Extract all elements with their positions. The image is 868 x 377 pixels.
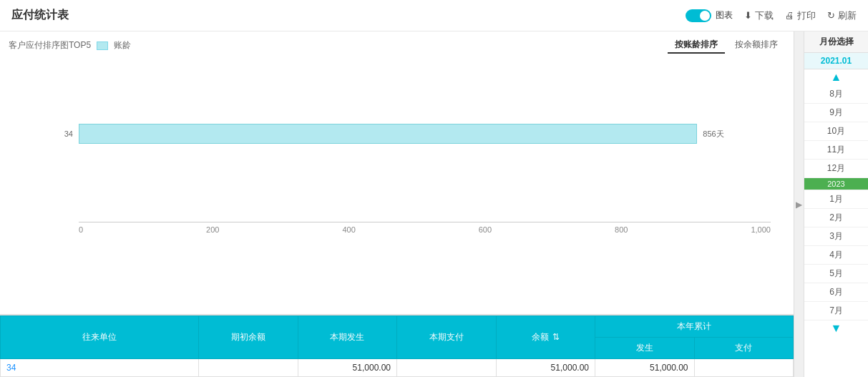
- month-1[interactable]: 1月: [804, 190, 868, 209]
- scroll-up-button[interactable]: ▲: [804, 69, 868, 85]
- legend-box-label: 账龄: [114, 39, 131, 52]
- month-7[interactable]: 7月: [804, 302, 868, 320]
- legend-title: 客户应付排序图TOP5: [9, 39, 91, 52]
- chart-toggle-container: 图表: [686, 9, 733, 22]
- bar-end-label: 856天: [703, 129, 723, 139]
- bar-chart: 34 856天 0 200 400 600 800: [9, 57, 785, 308]
- chart-toggle[interactable]: [686, 9, 711, 22]
- x-tick-600: 600: [479, 225, 492, 234]
- sidebar-toggle[interactable]: ▶: [794, 31, 804, 377]
- toggle-label: 图表: [716, 9, 733, 21]
- x-tick-200: 200: [206, 225, 219, 234]
- x-tick-800: 800: [615, 225, 628, 234]
- sidebar-header: 月份选择: [804, 31, 868, 53]
- col-header-opening: 期初余额: [199, 316, 298, 359]
- main-content: 客户应付排序图TOP5 账龄 按账龄排序 按余额排序 34: [0, 31, 868, 377]
- print-icon: 🖨: [785, 10, 794, 21]
- x-tick-0: 0: [79, 225, 83, 234]
- month-3[interactable]: 3月: [804, 227, 868, 246]
- data-table: 往来单位 期初余额 本期发生 本期支付 余额 ⇅ 本年累计: [0, 315, 794, 377]
- cell-opening: [199, 359, 298, 377]
- chart-panel: 客户应付排序图TOP5 账龄 按账龄排序 按余额排序 34: [0, 31, 794, 314]
- unit-link[interactable]: 34: [6, 363, 16, 373]
- table-body: 34 51,000.00 51,000.00 51,000.00: [1, 359, 794, 377]
- refresh-button[interactable]: ↻ 刷新: [827, 9, 857, 22]
- app-header: 应付统计表 图表 ⬇ 下载 🖨 打印 ↻ 刷新: [0, 0, 868, 31]
- scroll-down-button[interactable]: ▼: [804, 320, 868, 336]
- header-actions: 图表 ⬇ 下载 🖨 打印 ↻ 刷新: [686, 9, 857, 22]
- month-10[interactable]: 10月: [804, 122, 868, 141]
- x-tick-1000: 1,000: [751, 225, 771, 234]
- cell-ytd-occur: 51,000.00: [595, 359, 695, 377]
- month-12[interactable]: 12月: [804, 160, 868, 178]
- col-header-ytd-occur: 发生: [595, 338, 695, 359]
- month-11[interactable]: 11月: [804, 141, 868, 160]
- print-label: 打印: [797, 9, 816, 22]
- month-5[interactable]: 5月: [804, 265, 868, 283]
- month-sidebar: 月份选择 2021.01 ▲ 8月 9月 10月 11月 12月 2023 1月…: [804, 31, 868, 377]
- x-tick-400: 400: [342, 225, 355, 234]
- refresh-icon: ↻: [827, 10, 835, 21]
- table-header-row: 往来单位 期初余额 本期发生 本期支付 余额 ⇅ 本年累计: [1, 316, 794, 338]
- cell-ytd-pay: [694, 359, 794, 377]
- cell-balance: 51,000.00: [496, 359, 595, 377]
- month-8[interactable]: 8月: [804, 85, 868, 104]
- cell-unit: 34: [1, 359, 199, 377]
- month-9[interactable]: 9月: [804, 104, 868, 122]
- bars-container: 34 856天 0 200 400 600 800: [52, 62, 771, 205]
- month-4[interactable]: 4月: [804, 246, 868, 265]
- chart-header: 客户应付排序图TOP5 账龄 按账龄排序 按余额排序: [9, 37, 785, 54]
- sort-by-amount-button[interactable]: 按账龄排序: [668, 37, 725, 54]
- col-header-ytd-pay: 支付: [694, 338, 794, 359]
- download-icon: ⬇: [744, 10, 752, 21]
- sort-by-balance-button[interactable]: 按余额排序: [728, 37, 785, 54]
- chart-sort-buttons: 按账龄排序 按余额排序: [668, 37, 785, 54]
- col-header-current-occur: 本期发生: [298, 316, 397, 359]
- table-wrapper: 往来单位 期初余额 本期发生 本期支付 余额 ⇅ 本年累计: [0, 315, 794, 377]
- chevron-right-icon: ▶: [796, 200, 802, 210]
- download-label: 下载: [755, 9, 774, 22]
- month-6[interactable]: 6月: [804, 283, 868, 302]
- page-title: 应付统计表: [11, 8, 69, 23]
- month-list: ▲ 8月 9月 10月 11月 12月 2023 1月 2月 3月 4月 5月 …: [804, 69, 868, 377]
- sort-icon: ⇅: [552, 332, 560, 342]
- col-header-unit: 往来单位: [1, 316, 199, 359]
- table-row: 34 51,000.00 51,000.00 51,000.00: [1, 359, 794, 377]
- cell-current-occur: 51,000.00: [298, 359, 397, 377]
- bar-fill: [79, 124, 697, 144]
- col-header-ytd: 本年累计: [595, 316, 794, 338]
- month-2[interactable]: 2月: [804, 209, 868, 227]
- col-header-current-pay: 本期支付: [397, 316, 497, 359]
- print-button[interactable]: 🖨 打印: [785, 9, 816, 22]
- bar-row-34: 34 856天: [52, 121, 771, 147]
- year-2023: 2023: [804, 178, 868, 190]
- table-area: 往来单位 期初余额 本期发生 本期支付 余额 ⇅ 本年累计: [0, 314, 794, 377]
- col-header-balance: 余额 ⇅: [496, 316, 595, 359]
- sidebar-current-month[interactable]: 2021.01: [804, 53, 868, 69]
- legend-color-box: [97, 41, 108, 50]
- download-button[interactable]: ⬇ 下载: [744, 9, 774, 22]
- cell-current-pay: [397, 359, 497, 377]
- chart-area: 客户应付排序图TOP5 账龄 按账龄排序 按余额排序 34: [0, 31, 794, 377]
- bar-y-label: 34: [52, 129, 73, 138]
- refresh-label: 刷新: [838, 9, 857, 22]
- chart-legend: 客户应付排序图TOP5 账龄: [9, 39, 131, 52]
